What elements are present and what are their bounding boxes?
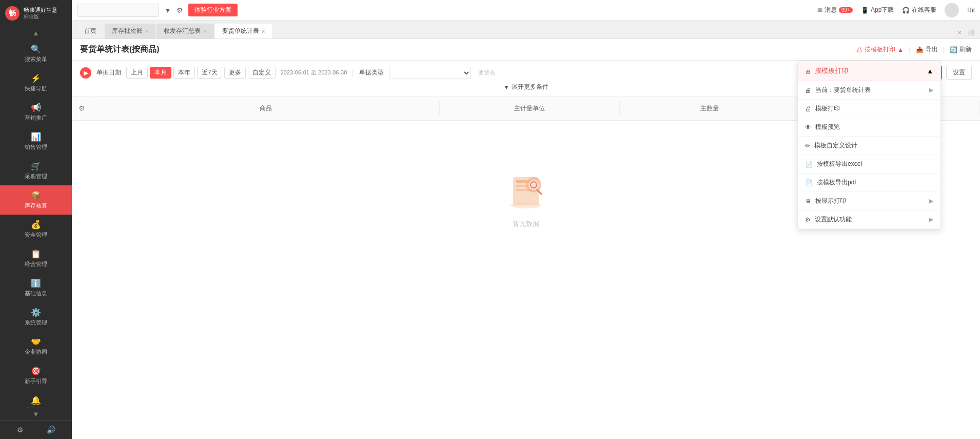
date-btn-this-month[interactable]: 本月 <box>150 67 171 79</box>
col-settings-icon[interactable]: ⚙ <box>79 104 85 112</box>
settings-filter-button[interactable]: 设置 <box>946 66 972 80</box>
display-print-chevron: ▶ <box>929 198 933 204</box>
filter-expand-toggle[interactable]: ▶ <box>80 67 91 79</box>
date-btn-more[interactable]: 更多 <box>224 67 246 79</box>
print-icon: 🖨 <box>856 46 863 53</box>
doc-type-select[interactable] <box>389 67 471 79</box>
sidebar-nav: 🔍 搜索菜单 ⚡ 快捷导航 📢 营销推广 📊 销售管理 🛒 采购管理 📦 库存核… <box>0 39 72 408</box>
messages-badge: 99+ <box>839 7 853 13</box>
sidebar-item-inventory[interactable]: 📦 库存核算 <box>0 185 72 215</box>
default-func-chevron: ▶ <box>929 216 933 223</box>
sidebar-item-apps[interactable]: 🔔 应用中心 <box>0 390 72 408</box>
dropdown-display-print[interactable]: 🖥 按显示打印 ▶ <box>798 192 940 211</box>
tab-bar: 首页 库存批次账 × 收发存汇总表 × 要货单统计表 × ✕ ⬜ <box>72 21 980 39</box>
expand-more-icon: ▼ <box>503 84 509 91</box>
filter-divider: | <box>352 69 354 77</box>
display-print-label: 按显示打印 <box>815 197 846 205</box>
scroll-up-arrow[interactable]: ▲ <box>0 27 72 39</box>
sidebar-item-label: 营销推广 <box>25 114 47 122</box>
sidebar-item-sales[interactable]: 📊 销售管理 <box>0 127 72 156</box>
refresh-button[interactable]: 🔄 刷新 <box>950 45 972 54</box>
default-func-icon: ⚙ <box>805 216 811 223</box>
sidebar-item-quick-nav[interactable]: ⚡ 快捷导航 <box>0 68 72 98</box>
trial-button[interactable]: 体验行业方案 <box>188 4 238 16</box>
system-icon: ⚙️ <box>31 308 41 317</box>
quick-nav-icon: ⚡ <box>31 73 41 83</box>
window-close-button[interactable]: ✕ <box>955 28 964 36</box>
page-content: 要货单统计表(按商品) 🖨 按模板打印 ▲ | 📤 导出 | 🔄 刷新 <box>72 39 980 439</box>
messages-button[interactable]: ✉ 消息 99+ <box>817 6 853 14</box>
tab-order-stats-close[interactable]: × <box>262 28 265 34</box>
tab-collection-summary-close[interactable]: × <box>203 28 206 34</box>
sidebar-item-operations[interactable]: 📋 经营管理 <box>0 244 72 273</box>
purchase-icon: 🛒 <box>31 161 41 171</box>
sidebar-item-finance[interactable]: 💰 资金管理 <box>0 215 72 244</box>
dropdown-template-print[interactable]: 🖨 模板打印 <box>798 100 940 118</box>
dropdown-default-func[interactable]: ⚙ 设置默认功能 ▶ <box>798 211 940 229</box>
dropdown-current-template[interactable]: 🖨 当前：要货单统计表 ▶ <box>798 81 940 100</box>
print-button[interactable]: 🖨 按模板打印 ▲ <box>856 45 904 54</box>
search-input[interactable] <box>77 4 159 17</box>
tab-collection-summary[interactable]: 收发存汇总表 × <box>156 24 213 39</box>
page-actions: 🖨 按模板打印 ▲ | 📤 导出 | 🔄 刷新 <box>856 45 972 54</box>
empty-illustration <box>500 162 552 213</box>
app-download-label: App下载 <box>871 6 894 14</box>
dropdown-export-pdf[interactable]: 📄 按模板导出pdf <box>798 174 940 192</box>
sidebar-item-label: 资金管理 <box>25 231 47 239</box>
service-icon: 🎧 <box>902 7 910 14</box>
dropdown-export-excel[interactable]: 📄 按模板导出excel <box>798 155 940 174</box>
col-settings[interactable]: ⚙ <box>72 101 92 116</box>
user-avatar[interactable] <box>945 3 959 17</box>
sidebar-item-label: 库存核算 <box>25 202 47 209</box>
default-func-label: 设置默认功能 <box>815 215 852 224</box>
topbar: ▼ ⚙ 体验行业方案 ✉ 消息 99+ 📱 App下载 🎧 在线客服 Rit <box>72 0 980 21</box>
logo-area: 畅 畅康通好生意 标准版 <box>0 0 72 27</box>
tab-order-stats[interactable]: 要货单统计表 × <box>215 24 272 39</box>
date-btn-last-month[interactable]: 上月 <box>126 67 148 79</box>
window-maximize-button[interactable]: ⬜ <box>967 28 975 36</box>
sidebar-item-label: 企业协同 <box>25 348 47 356</box>
tab-inventory-batch-close[interactable]: × <box>145 28 148 34</box>
guide-icon: 🎯 <box>31 366 41 376</box>
app-download-button[interactable]: 📱 App下载 <box>861 6 894 14</box>
sidebar-item-search[interactable]: 🔍 搜索菜单 <box>0 39 72 68</box>
export-button[interactable]: 📤 导出 <box>916 45 938 54</box>
sidebar-item-system[interactable]: ⚙️ 系统管理 <box>0 302 72 332</box>
export-excel-label: 按模板导出excel <box>817 160 862 168</box>
topbar-dropdown-icon[interactable]: ▼ <box>164 6 171 14</box>
dropdown-header[interactable]: 🖨 按模板打印 ▲ <box>798 61 940 81</box>
col-unit: 主计量单位 <box>440 101 620 116</box>
tab-inventory-batch[interactable]: 库存批次账 × <box>105 24 155 39</box>
date-btn-this-year[interactable]: 本年 <box>173 67 195 79</box>
date-btn-7days[interactable]: 近7天 <box>197 67 222 79</box>
sidebar-item-label: 采购管理 <box>25 173 47 180</box>
dropdown-template-design[interactable]: ✏ 模板自定义设计 <box>798 137 940 155</box>
sidebar-item-purchase[interactable]: 🛒 采购管理 <box>0 156 72 185</box>
app-edition: 标准版 <box>24 13 57 21</box>
online-service-button[interactable]: 🎧 在线客服 <box>902 6 936 14</box>
display-print-left: 🖥 按显示打印 <box>805 197 846 205</box>
user-name[interactable]: Rit <box>967 7 975 14</box>
export-icon: 📤 <box>916 46 924 53</box>
volume-icon[interactable]: 🔊 <box>47 426 55 434</box>
finance-icon: 💰 <box>31 220 41 230</box>
date-btn-custom[interactable]: 自定义 <box>248 67 276 79</box>
expand-more-btn[interactable]: ▼ 展开更多条件 <box>503 83 548 91</box>
main-area: ▼ ⚙ 体验行业方案 ✉ 消息 99+ 📱 App下载 🎧 在线客服 Rit 首… <box>72 0 980 439</box>
current-template-chevron: ▶ <box>929 87 933 93</box>
online-service-label: 在线客服 <box>912 6 936 14</box>
scroll-down-arrow[interactable]: ▼ <box>0 408 72 420</box>
topbar-gear-icon[interactable]: ⚙ <box>177 6 183 14</box>
sidebar-item-marketing[interactable]: 📢 营销推广 <box>0 98 72 127</box>
dropdown-current-left: 🖨 当前：要货单统计表 <box>805 86 871 94</box>
collab-icon: 🤝 <box>31 337 41 347</box>
tab-home[interactable]: 首页 <box>77 24 104 39</box>
sidebar-item-basic[interactable]: ℹ️ 基础信息 <box>0 273 72 302</box>
dropdown-collapse-icon[interactable]: ▲ <box>927 67 933 75</box>
sidebar-item-collab[interactable]: 🤝 企业协同 <box>0 332 72 361</box>
settings-bottom-icon[interactable]: ⚙ <box>17 426 24 434</box>
dropdown-template-preview[interactable]: 👁 模板预览 <box>798 118 940 137</box>
print-label: 按模板打印 <box>865 45 895 54</box>
sidebar-item-guide[interactable]: 🎯 新手引导 <box>0 361 72 390</box>
template-preview-icon: 👁 <box>805 124 811 131</box>
